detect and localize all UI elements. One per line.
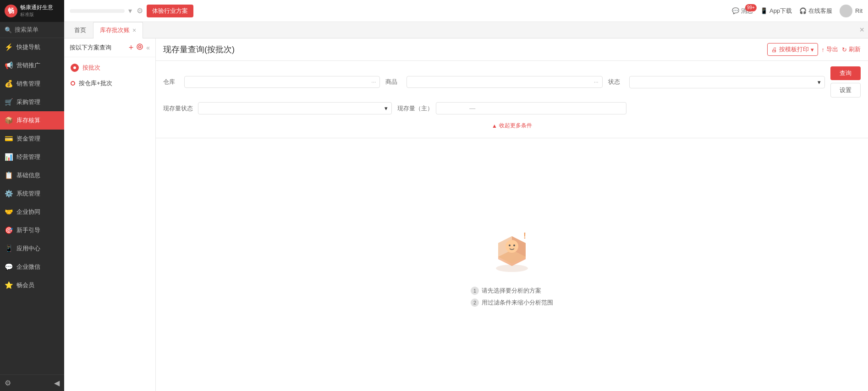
basic-icon: 📋	[5, 171, 13, 179]
warehouse-input[interactable]: ···	[184, 76, 380, 88]
inventory-icon: 📦	[5, 116, 13, 125]
scheme-item-batch[interactable]: 按批次	[64, 60, 155, 76]
tab-batch-inventory[interactable]: 库存批次账 ×	[93, 22, 143, 38]
stock-status-select[interactable]: ▾	[198, 102, 392, 114]
scheme-add-button[interactable]: +	[129, 43, 134, 52]
status-select[interactable]: ▾	[629, 76, 825, 88]
stock-status-dropdown-icon: ▾	[385, 105, 388, 112]
export-button[interactable]: ↑ 导出	[822, 45, 839, 54]
hint-num-2: 2	[471, 299, 479, 307]
action-buttons: 查询 设置	[830, 66, 861, 98]
tab-close-icon[interactable]: ×	[132, 27, 136, 33]
app-title: 畅康通好生意	[20, 4, 53, 11]
product-more-icon: ···	[594, 79, 599, 85]
empty-hints: 1 请先选择要分析的方案 2 用过滤条件来缩小分析范围	[471, 287, 553, 307]
sidebar-item-newbie[interactable]: 🎯 新手引导	[0, 221, 64, 239]
export-icon: ↑	[822, 46, 825, 53]
filter-row-2: 现存量状态 ▾ 现存量（主） —	[163, 102, 861, 114]
scheme-active-icon	[71, 64, 79, 72]
wechat-icon: 💬	[5, 263, 13, 271]
sidebar-item-member[interactable]: ⭐ 畅会员	[0, 276, 64, 294]
marketing-icon: 📢	[5, 61, 13, 70]
sidebar-item-purchase[interactable]: 🛒 采购管理	[0, 93, 64, 111]
appstore-icon: 📱	[5, 244, 13, 253]
range-separator: —	[469, 105, 475, 112]
stock-qty-label: 现存量（主）	[397, 104, 433, 113]
sidebar-search[interactable]: 🔍 搜索菜单	[0, 22, 64, 38]
hint-item-1: 1 请先选择要分析的方案	[471, 287, 553, 295]
print-button[interactable]: 🖨 按模板打印 ▾	[767, 43, 818, 56]
sidebar: 畅 畅康通好生意 标准版 🔍 搜索菜单 ⚡ 快捷导航 📢 营销推广 💰 销售管理…	[0, 0, 64, 391]
message-icon: 💬	[732, 7, 739, 14]
print-dropdown-icon[interactable]: ▾	[811, 46, 814, 53]
collapse-up-icon: ▲	[492, 123, 497, 129]
hint-text-2: 用过滤条件来缩小分析范围	[482, 299, 553, 307]
scheme-panel-actions: + «	[129, 43, 150, 52]
svg-point-10	[513, 244, 515, 246]
finance-icon: 💳	[5, 135, 13, 143]
page-content: 按以下方案查询 + « 按批次	[64, 38, 868, 391]
scheme-item-warehouse-batch[interactable]: 按仓库+批次	[64, 76, 155, 91]
filter-status: 状态 ▾	[608, 76, 825, 88]
sidebar-item-sales[interactable]: 💰 销售管理	[0, 75, 64, 93]
hint-text-1: 请先选择要分析的方案	[482, 287, 541, 295]
topbar-settings-icon[interactable]: ⚙	[137, 6, 143, 15]
query-button[interactable]: 查询	[830, 66, 861, 80]
settings-button[interactable]: 设置	[830, 83, 861, 98]
hint-num-1: 1	[471, 287, 479, 295]
stock-qty-min-input[interactable]	[440, 105, 467, 112]
scheme-dot-icon	[71, 81, 75, 86]
footer-settings-icon[interactable]: ⚙	[5, 379, 11, 387]
customer-service-action[interactable]: 🎧 在线客服	[799, 7, 832, 15]
filter-stock-status: 现存量状态 ▾	[163, 102, 392, 114]
sidebar-footer: ⚙ ◀	[0, 375, 64, 391]
sidebar-item-operations[interactable]: 📊 经营管理	[0, 148, 64, 166]
tabs-close-all-button[interactable]: ×	[859, 25, 864, 35]
topbar-dropdown-icon[interactable]: ▾	[128, 6, 132, 15]
search-icon: 🔍	[5, 27, 12, 33]
topbar-search-box[interactable]	[70, 9, 125, 13]
app-download-action[interactable]: 📱 App下载	[760, 7, 792, 15]
warehouse-label: 仓库	[163, 78, 181, 86]
sidebar-item-appstore[interactable]: 📱 应用中心	[0, 239, 64, 258]
avatar	[840, 5, 852, 17]
sidebar-item-system[interactable]: ⚙️ 系统管理	[0, 185, 64, 203]
industry-solution-button[interactable]: 体验行业方案	[147, 5, 193, 17]
refresh-icon: ↻	[842, 46, 847, 53]
scheme-collapse-icon[interactable]: «	[146, 44, 150, 51]
message-action[interactable]: 💬 消息 99+	[732, 7, 753, 15]
filter-stock-qty: 现存量（主） —	[397, 102, 626, 114]
operations-icon: 📊	[5, 153, 13, 161]
sidebar-item-inventory[interactable]: 📦 库存核算	[0, 111, 64, 130]
scheme-panel-title: 按以下方案查询	[70, 43, 111, 52]
scheme-settings-icon[interactable]	[136, 43, 143, 52]
right-area: 现存量查询(按批次) 🖨 按模板打印 ▾ ↑ 导出 ↻	[156, 38, 868, 391]
app-info: 畅康通好生意 标准版	[20, 4, 53, 18]
sidebar-item-quicknav[interactable]: ⚡ 快捷导航	[0, 38, 64, 56]
sidebar-item-finance[interactable]: 💳 资金管理	[0, 130, 64, 148]
empty-illustration: !	[484, 223, 539, 277]
scheme-panel: 按以下方案查询 + « 按批次	[64, 38, 156, 391]
topbar-right: 💬 消息 99+ 📱 App下载 🎧 在线客服 Rit	[732, 5, 863, 17]
tab-home[interactable]: 首页	[68, 22, 93, 38]
tabs-bar: 首页 库存批次账 × ×	[64, 22, 868, 38]
sidebar-item-basic[interactable]: 📋 基础信息	[0, 166, 64, 185]
sidebar-header: 畅 畅康通好生意 标准版	[0, 0, 64, 22]
sidebar-item-wechat[interactable]: 💬 企业微信	[0, 258, 64, 276]
refresh-button[interactable]: ↻ 刷新	[842, 45, 861, 54]
printer-icon: 🖨	[771, 46, 777, 53]
svg-text:!: !	[523, 231, 526, 240]
collapse-bar[interactable]: ▲ 收起更多条件	[163, 119, 861, 132]
footer-collapse-icon[interactable]: ◀	[54, 379, 60, 387]
stock-qty-max-input[interactable]	[477, 105, 505, 112]
product-label: 商品	[385, 78, 404, 86]
filter-product: 商品 ···	[385, 76, 602, 88]
hint-item-2: 2 用过滤条件来缩小分析范围	[471, 299, 553, 307]
sidebar-item-collab[interactable]: 🤝 企业协同	[0, 203, 64, 221]
page-header-actions: 🖨 按模板打印 ▾ ↑ 导出 ↻ 刷新	[767, 43, 861, 56]
sales-icon: 💰	[5, 80, 13, 88]
svg-point-9	[509, 244, 511, 246]
user-action[interactable]: Rit	[840, 5, 863, 17]
sidebar-item-marketing[interactable]: 📢 营销推广	[0, 56, 64, 75]
product-input[interactable]: ···	[407, 76, 602, 88]
